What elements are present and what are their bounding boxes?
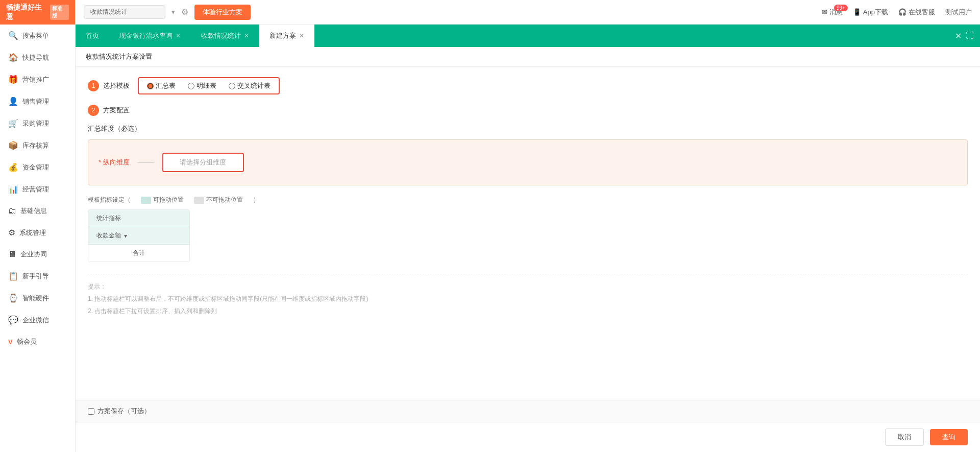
logo-badge: 标准版: [50, 5, 69, 20]
sidebar: 畅捷通好生意 标准版 🔍 搜索菜单 🏠 快捷导航 🎁 营销推广 👤 销售管理 🛒…: [0, 0, 76, 452]
messages-btn[interactable]: ✉ 消息 99+: [822, 8, 843, 17]
sidebar-item-system[interactable]: ⚙ 系统管理: [0, 222, 75, 244]
step2-label: 方案配置: [103, 106, 130, 115]
sidebar-item-label: 基础信息: [20, 206, 47, 216]
tab-new-scheme[interactable]: 新建方案 ✕: [259, 25, 314, 47]
online-support-btn[interactable]: 🎧 在线客服: [898, 8, 935, 17]
box-icon: 📦: [8, 140, 18, 150]
sidebar-item-marketing[interactable]: 🎁 营销推广: [0, 68, 75, 90]
breadcrumb: 收款情况统计: [84, 5, 165, 19]
tab-close-icon[interactable]: ✕: [176, 32, 181, 39]
folder-icon: 🗂: [8, 206, 16, 216]
metrics-table: 统计指标 收款金额 ▾ 合计: [88, 209, 190, 262]
dimension-area: 纵向维度 —— 请选择分组维度: [88, 139, 968, 185]
page-title: 收款情况统计方案设置: [76, 47, 980, 67]
cart-icon: 🛒: [8, 118, 18, 128]
vertical-dimension-label: 纵向维度: [99, 158, 130, 167]
sidebar-item-label: 营销推广: [22, 75, 49, 84]
step1-label: 选择模板: [103, 81, 130, 90]
query-button[interactable]: 查询: [930, 429, 968, 445]
metric-dropdown-icon[interactable]: ▾: [124, 232, 127, 240]
legend-fixed-label: 不可拖动位置: [206, 196, 243, 204]
radio-cross[interactable]: 交叉统计表: [229, 81, 271, 90]
sidebar-item-label: 经营管理: [22, 185, 49, 194]
sidebar-item-label: 企业协同: [20, 250, 47, 259]
dimension-select[interactable]: 请选择分组维度: [162, 153, 244, 172]
template-radio-group: 汇总表 明细表 交叉统计表: [138, 77, 280, 94]
tab-bank-flow[interactable]: 现金银行流水查询 ✕: [109, 25, 191, 47]
sidebar-item-operations[interactable]: 📊 经营管理: [0, 178, 75, 200]
legend-fixed: 不可拖动位置: [194, 196, 243, 204]
form-section: 1 选择模板 汇总表 明细表 交叉统计表: [76, 67, 980, 400]
legend-movable: 可拖动位置: [141, 196, 184, 204]
radio-summary[interactable]: 汇总表: [147, 81, 176, 90]
maximize-icon[interactable]: ⛶: [966, 31, 974, 40]
tip2: 2. 点击标题栏下拉可设置排序、插入列和删除列: [88, 305, 968, 317]
sidebar-item-label: 搜索菜单: [22, 31, 49, 40]
sidebar-item-beginner-guide[interactable]: 📋 新手引导: [0, 265, 75, 287]
legend-movable-label: 可拖动位置: [153, 196, 184, 204]
cancel-button[interactable]: 取消: [885, 429, 924, 446]
metrics-config-title-close: ）: [253, 196, 259, 204]
app-download-label: App下载: [863, 8, 888, 17]
sidebar-item-search[interactable]: 🔍 搜索菜单: [0, 25, 75, 46]
dropdown-arrow-icon[interactable]: ▾: [172, 8, 175, 16]
user-icon: 👤: [8, 97, 18, 106]
metrics-row-amount[interactable]: 收款金额 ▾: [88, 227, 189, 245]
topbar-left: 收款情况统计 ▾ ⚙ 体验行业方案: [84, 5, 251, 20]
home-icon: 🏠: [8, 53, 18, 62]
tip-label: 提示：: [88, 280, 968, 293]
sidebar-item-quick-nav[interactable]: 🏠 快捷导航: [0, 46, 75, 68]
watch-icon: ⌚: [8, 293, 18, 303]
gift-icon: 🎁: [8, 75, 18, 84]
sidebar-item-label: 销售管理: [22, 97, 49, 106]
settings-icon[interactable]: ⚙: [181, 7, 188, 17]
sidebar-item-label: 系统管理: [19, 228, 46, 237]
tab-receipts-stats[interactable]: 收款情况统计 ✕: [191, 25, 259, 47]
tabbar-controls: ✕ ⛶: [955, 31, 980, 41]
step2-section: 2 方案配置 汇总维度（必选） 纵向维度 —— 请选择分组维度: [88, 105, 968, 317]
industry-btn[interactable]: 体验行业方案: [194, 5, 251, 20]
tab-close-icon[interactable]: ✕: [299, 32, 304, 39]
sidebar-item-enterprise-collab[interactable]: 🖥 企业协同: [0, 244, 75, 265]
sidebar-item-basic-info[interactable]: 🗂 基础信息: [0, 200, 75, 222]
gear-icon: ⚙: [8, 228, 15, 237]
sidebar-item-purchase[interactable]: 🛒 采购管理: [0, 112, 75, 134]
clipboard-icon: 📋: [8, 271, 18, 281]
metrics-section-title: 统计指标: [96, 214, 121, 223]
sidebar-item-funds[interactable]: 💰 资金管理: [0, 156, 75, 178]
tips-text: 提示： 1. 拖动标题栏可以调整布局，不可跨维度或指标区域拖动同字段(只能在同一…: [88, 280, 968, 317]
radio-summary-input[interactable]: [147, 83, 154, 89]
sidebar-item-label: 企业微信: [22, 316, 49, 325]
sidebar-item-smart-hardware[interactable]: ⌚ 智能硬件: [0, 287, 75, 309]
main-area: 收款情况统计 ▾ ⚙ 体验行业方案 ✉ 消息 99+ 📱 App下载 🎧 在线客…: [76, 0, 980, 452]
sidebar-item-label: 库存核算: [22, 141, 49, 150]
radio-summary-label: 汇总表: [156, 81, 176, 90]
tab-receipts-stats-label: 收款情况统计: [201, 31, 241, 40]
sidebar-item-enterprise-wechat[interactable]: 💬 企业微信: [0, 309, 75, 331]
sidebar-item-member[interactable]: V 畅会员: [0, 331, 75, 352]
app-download-btn[interactable]: 📱 App下载: [853, 8, 888, 17]
metrics-table-header: 统计指标: [88, 210, 189, 227]
topbar-right: ✉ 消息 99+ 📱 App下载 🎧 在线客服 测试用户: [822, 8, 972, 17]
movable-box: [141, 197, 151, 204]
sidebar-item-label: 新手引导: [22, 272, 49, 281]
save-checkbox[interactable]: [88, 408, 94, 415]
chat-icon: 💬: [8, 315, 18, 325]
chart-icon: 📊: [8, 184, 18, 194]
step1-row: 1 选择模板 汇总表 明细表 交叉统计表: [88, 77, 968, 94]
dimension-arrow-icon: ——: [138, 158, 154, 167]
tab-home[interactable]: 首页: [76, 25, 109, 47]
tab-new-scheme-label: 新建方案: [270, 31, 296, 40]
tab-close-icon[interactable]: ✕: [244, 32, 249, 39]
sidebar-item-sales[interactable]: 👤 销售管理: [0, 90, 75, 112]
online-support-label: 在线客服: [909, 8, 935, 17]
radio-cross-input[interactable]: [229, 83, 235, 89]
message-icon: ✉: [822, 8, 827, 16]
close-window-icon[interactable]: ✕: [955, 31, 962, 41]
radio-detail-input[interactable]: [188, 83, 194, 89]
headset-icon: 🎧: [898, 8, 906, 16]
dimension-row: 纵向维度 —— 请选择分组维度: [99, 153, 244, 172]
radio-detail[interactable]: 明细表: [188, 81, 216, 90]
sidebar-item-inventory[interactable]: 📦 库存核算: [0, 134, 75, 156]
